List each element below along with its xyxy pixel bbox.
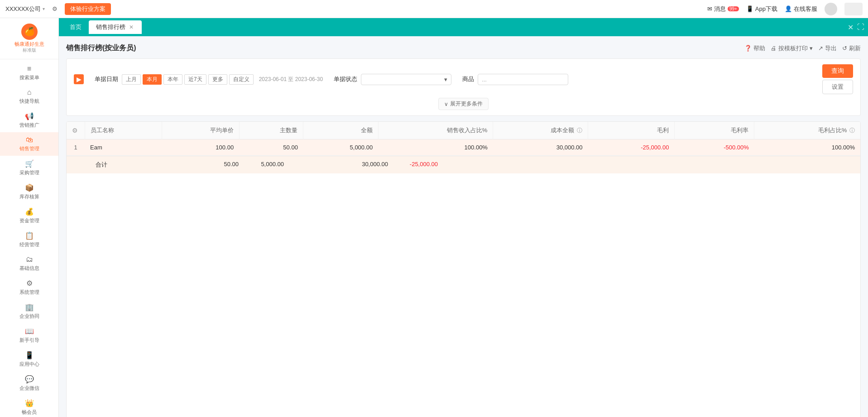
refresh-btn[interactable]: ↺ 刷新 <box>842 44 861 53</box>
message-label: 消息 <box>714 5 726 13</box>
message-icon: ✉ <box>707 5 712 12</box>
online-support-btn[interactable]: 👤 在线客服 <box>785 5 817 13</box>
footer-empty <box>72 161 90 169</box>
print-label: 按模板打印 <box>778 44 808 53</box>
sidebar-item-label-basicinfo: 基础信息 <box>19 265 39 272</box>
tab-close-btn[interactable]: ✕ <box>128 24 134 30</box>
sidebar-item-member[interactable]: 👑 畅会员 <box>0 395 58 417</box>
cost-info-icon[interactable]: ⓘ <box>577 127 582 134</box>
query-btn[interactable]: 查询 <box>822 64 853 78</box>
sales-icon: 🛍 <box>26 136 33 144</box>
member-icon: 👑 <box>25 399 34 407</box>
sidebar-nav: ≡ 搜索菜单 ⌂ 快捷导航 📢 营销推广 🛍 销售管理 🛒 采购管理 📦 库 <box>0 59 58 417</box>
sidebar-item-label-purchase: 采购管理 <box>19 169 39 176</box>
sidebar-item-finance[interactable]: 💰 资金管理 <box>0 204 58 228</box>
help-label: 帮助 <box>753 44 765 53</box>
avatar[interactable] <box>825 3 837 15</box>
marketing-icon: 📢 <box>25 112 34 120</box>
top-bar-right: ✉ 消息 99+ 📱 App下载 👤 在线客服 <box>707 3 863 15</box>
print-btn[interactable]: 🖨 按模板打印 ▾ <box>771 44 813 53</box>
filter-date-item: 单据日期 上月 本月 本年 近7天 更多 自定义 2023-06-01 至 20… <box>95 74 323 85</box>
sidebar-item-label-marketing: 营销推广 <box>19 122 39 129</box>
finance-icon: 💰 <box>25 207 34 216</box>
appcenter-icon: 📱 <box>25 351 34 359</box>
th-avg-price: 平均单价 <box>162 122 240 139</box>
tab-home[interactable]: 首页 <box>62 20 89 34</box>
product-input[interactable]: ... <box>478 74 568 85</box>
date-btn-year[interactable]: 本年 <box>163 74 182 85</box>
logo-text-line1: 畅康通好生意 <box>14 41 44 47</box>
sidebar-item-label-search: 搜索菜单 <box>19 74 39 81</box>
sidebar-item-operations[interactable]: 📋 经营管理 <box>0 228 58 252</box>
sidebar-item-appcenter[interactable]: 📱 应用中心 <box>0 347 58 371</box>
home-icon: ⌂ <box>27 88 32 96</box>
sidebar-item-guide[interactable]: 📖 新手引导 <box>0 323 58 347</box>
page-header: 销售排行榜(按业务员) ❓ 帮助 🖨 按模板打印 ▾ ↗ 导出 <box>66 43 861 53</box>
filter-settings-btn[interactable]: 设置 <box>822 80 853 94</box>
sidebar-item-wechat[interactable]: 💬 企业微信 <box>0 371 58 395</box>
sidebar-item-marketing[interactable]: 📢 营销推广 <box>0 108 58 132</box>
expand-filters-btn[interactable]: ∨ 展开更多条件 <box>438 98 489 110</box>
footer-avg-price <box>153 161 199 169</box>
filter-status-item: 单据状态 ▾ <box>334 74 451 85</box>
print-icon: 🖨 <box>771 45 777 52</box>
company-chevron: ▾ <box>43 6 45 11</box>
sidebar-item-label-member: 畅会员 <box>22 409 37 416</box>
cell-name: Eam <box>85 139 162 156</box>
sidebar-item-system[interactable]: ⚙ 系统管理 <box>0 275 58 299</box>
export-btn[interactable]: ↗ 导出 <box>818 44 837 53</box>
message-btn[interactable]: ✉ 消息 99+ <box>707 5 739 13</box>
footer-sales-pct <box>289 161 344 169</box>
date-btn-prev[interactable]: 上月 <box>122 74 141 85</box>
content-area: 首页 销售排行榜 ✕ ✕ ⛶ 销售排行榜(按业务员) ❓ 帮助 <box>59 18 868 417</box>
date-btn-current[interactable]: 本月 <box>143 74 162 85</box>
app-icon: 📱 <box>746 5 753 12</box>
sidebar-item-search[interactable]: ≡ 搜索菜单 <box>0 61 58 85</box>
tab-close-window-icon[interactable]: ✕ <box>848 23 854 32</box>
online-support-label: 在线客服 <box>794 5 817 13</box>
company-selector[interactable]: XXXXXX公司 ▾ <box>5 5 45 13</box>
status-select[interactable]: ▾ <box>361 74 451 85</box>
filter-forward-section: ▶ <box>74 74 84 84</box>
tab-sales-rank[interactable]: 销售排行榜 ✕ <box>89 20 142 34</box>
th-sales-pct-label: 销售收入占比% <box>447 127 488 134</box>
date-btn-custom[interactable]: 自定义 <box>229 74 254 85</box>
support-icon: 👤 <box>785 5 792 12</box>
sidebar-item-quicknav[interactable]: ⌂ 快捷导航 <box>0 85 58 108</box>
sidebar-logo: 🍊 畅康通好生意 标准版 <box>0 18 58 59</box>
trial-button[interactable]: 体验行业方案 <box>65 3 111 15</box>
sidebar-item-inventory[interactable]: 📦 库存核算 <box>0 180 58 204</box>
expand-label: 展开更多条件 <box>450 100 483 108</box>
date-btn-7days[interactable]: 近7天 <box>184 74 206 85</box>
filter-product-item: 商品 ... <box>462 74 568 85</box>
table-container: ⚙ 员工名称 平均单价 主数量 <box>66 121 861 417</box>
th-gear[interactable]: ⚙ <box>67 122 85 139</box>
sidebar-item-label-appcenter: 应用中心 <box>19 361 39 368</box>
wechat-icon: 💬 <box>25 375 34 383</box>
sidebar-item-sales[interactable]: 🛍 销售管理 <box>0 132 58 156</box>
th-gross-pct: 毛利占比% ⓘ <box>754 122 860 139</box>
table-footer: 合计 50.00 5,000.00 30,000.00 -25,000.00 <box>67 156 860 173</box>
sidebar-item-enterprise[interactable]: 🏢 企业协同 <box>0 299 58 323</box>
gross-pct-info-icon[interactable]: ⓘ <box>849 127 855 134</box>
sidebar-item-basicinfo[interactable]: 🗂 基础信息 <box>0 252 58 275</box>
basicinfo-icon: 🗂 <box>26 255 33 264</box>
forward-btn[interactable]: ▶ <box>74 74 84 84</box>
sidebar-item-purchase[interactable]: 🛒 采购管理 <box>0 156 58 180</box>
date-btn-more[interactable]: 更多 <box>208 74 227 85</box>
status-select-chevron: ▾ <box>444 76 447 83</box>
tab-sales-rank-label: 销售排行榜 <box>96 23 125 31</box>
app-download-btn[interactable]: 📱 App下载 <box>746 5 777 13</box>
sidebar-item-label-sales: 销售管理 <box>19 145 39 152</box>
top-settings-btn[interactable]: ⚙ <box>48 3 61 15</box>
th-cost: 成本全额 ⓘ <box>493 122 588 139</box>
user-name-placeholder[interactable] <box>844 3 863 15</box>
th-amount-label: 全额 <box>361 127 373 134</box>
filter-panel: ▶ 单据日期 上月 本月 本年 近7天 更多 自定义 2023- <box>66 58 861 116</box>
tab-restore-icon[interactable]: ⛶ <box>857 23 864 31</box>
cell-avg-price: 100.00 <box>162 139 240 156</box>
help-btn[interactable]: ❓ 帮助 <box>744 44 765 53</box>
more-filters-row: ∨ 展开更多条件 <box>74 98 853 110</box>
footer-qty: 50.00 <box>199 161 244 169</box>
gear-icon[interactable]: ⚙ <box>72 127 78 134</box>
